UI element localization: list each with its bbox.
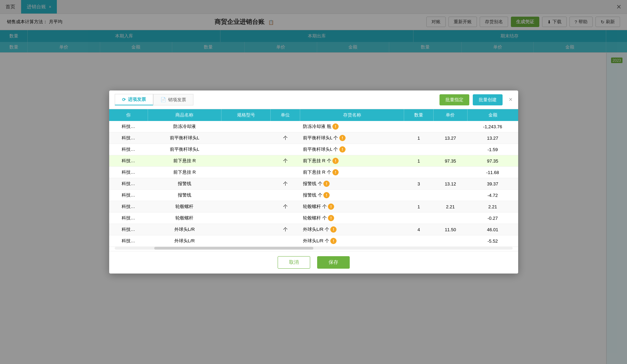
th-unit-price: 单价 bbox=[434, 109, 467, 121]
cell-spec bbox=[221, 235, 271, 247]
warning-icon: ! bbox=[323, 181, 330, 187]
tab-inbound-invoice[interactable]: ⟳ 进项发票 bbox=[115, 94, 153, 105]
modal-scrollbar[interactable] bbox=[115, 247, 513, 250]
modal-header: ⟳ 进项发票 📄 销项发票 批量指定 批量创建 × bbox=[109, 90, 518, 109]
cell-unit: 个 bbox=[271, 178, 300, 190]
cell-unit bbox=[271, 144, 300, 155]
table-row[interactable]: 科技… 轮毂螺杆 个 轮毂螺杆 个 ! 1 2.21 2.21 bbox=[109, 201, 518, 213]
cell-unit-price bbox=[434, 144, 467, 155]
cell-company: 科技… bbox=[109, 201, 148, 213]
cell-quantity bbox=[404, 190, 433, 201]
modal-dialog: ⟳ 进项发票 📄 销项发票 批量指定 批量创建 × 你 商品名称 bbox=[109, 90, 518, 274]
cell-quantity bbox=[404, 167, 433, 178]
warning-icon: ! bbox=[339, 146, 346, 153]
table-row[interactable]: 科技… 前下悬挂 R 个 前下悬挂 R 个 ! 1 97.35 97.35 bbox=[109, 155, 518, 167]
table-row[interactable]: 科技… 外球头L/R 外球头L/R 个 ! -5.52 bbox=[109, 235, 518, 247]
table-row[interactable]: 科技… 轮毂螺杆 轮毂螺杆 个 ! -0.27 bbox=[109, 213, 518, 224]
cell-product: 报警线 bbox=[148, 190, 221, 201]
batch-create-button[interactable]: 批量创建 bbox=[473, 94, 503, 105]
cell-spec bbox=[221, 167, 271, 178]
warning-icon: ! bbox=[330, 226, 337, 233]
cell-product: 前平衡杆球头L bbox=[148, 132, 221, 144]
cell-spec bbox=[221, 132, 271, 144]
cell-unit-price: 97.35 bbox=[434, 155, 467, 167]
cell-inventory: 前下悬挂 R 个 ! bbox=[300, 155, 404, 167]
cell-inventory: 前下悬挂 R 个 ! bbox=[300, 167, 404, 178]
cell-company: 科技… bbox=[109, 224, 148, 235]
cell-amount: 13.27 bbox=[467, 132, 518, 144]
cell-spec bbox=[221, 213, 271, 224]
cell-unit-price bbox=[434, 167, 467, 178]
table-row[interactable]: 科技… 报警线 个 报警线 个 ! 3 13.12 39.37 bbox=[109, 178, 518, 190]
cell-spec bbox=[221, 144, 271, 155]
cell-unit-price bbox=[434, 121, 467, 132]
warning-icon: ! bbox=[328, 215, 334, 221]
cell-inventory: 外球头L/R 个 ! bbox=[300, 224, 404, 235]
cell-product: 前平衡杆球头L bbox=[148, 144, 221, 155]
cell-quantity: 1 bbox=[404, 201, 433, 213]
modal-table-header: 你 商品名称 规格型号 单位 存货名称 数量 单价 金额 bbox=[109, 109, 518, 121]
cell-quantity bbox=[404, 213, 433, 224]
cell-amount: 97.35 bbox=[467, 155, 518, 167]
cancel-button[interactable]: 取消 bbox=[278, 256, 310, 269]
cell-quantity bbox=[404, 144, 433, 155]
th-spec: 规格型号 bbox=[221, 109, 271, 121]
inbound-tab-label: 进项发票 bbox=[128, 96, 146, 103]
cell-unit: 个 bbox=[271, 201, 300, 213]
th-quantity: 数量 bbox=[404, 109, 433, 121]
cell-quantity: 4 bbox=[404, 224, 433, 235]
batch-assign-button[interactable]: 批量指定 bbox=[439, 94, 469, 105]
cell-amount: 39.37 bbox=[467, 178, 518, 190]
cell-company: 科技… bbox=[109, 213, 148, 224]
modal-header-right: 批量指定 批量创建 bbox=[439, 94, 503, 105]
cell-quantity: 3 bbox=[404, 178, 433, 190]
cell-company: 科技… bbox=[109, 144, 148, 155]
cell-unit: 个 bbox=[271, 155, 300, 167]
modal-close-icon[interactable]: × bbox=[509, 96, 513, 103]
cell-product: 前下悬挂 R bbox=[148, 167, 221, 178]
cell-company: 科技… bbox=[109, 167, 148, 178]
cell-unit-price: 13.27 bbox=[434, 132, 467, 144]
cell-spec bbox=[221, 121, 271, 132]
warning-icon: ! bbox=[332, 158, 339, 164]
cell-spec bbox=[221, 155, 271, 167]
modal-body: 你 商品名称 规格型号 单位 存货名称 数量 单价 金额 科技… 防冻冷却液 防… bbox=[109, 109, 518, 247]
table-row[interactable]: 科技… 前平衡杆球头L 前平衡杆球头L 个 ! -1.59 bbox=[109, 144, 518, 155]
warning-icon: ! bbox=[332, 123, 339, 130]
warning-icon: ! bbox=[323, 192, 330, 198]
cell-unit bbox=[271, 121, 300, 132]
cell-amount: -0.27 bbox=[467, 213, 518, 224]
table-row[interactable]: 科技… 报警线 报警线 个 ! -4.72 bbox=[109, 190, 518, 201]
cell-product: 外球头L/R bbox=[148, 224, 221, 235]
modal-footer: 取消 保存 bbox=[109, 251, 518, 274]
table-row[interactable]: 科技… 前下悬挂 R 前下悬挂 R 个 ! -11.68 bbox=[109, 167, 518, 178]
cell-unit bbox=[271, 235, 300, 247]
warning-icon: ! bbox=[339, 135, 346, 141]
cell-amount: -4.72 bbox=[467, 190, 518, 201]
cell-inventory: 报警线 个 ! bbox=[300, 178, 404, 190]
cell-spec bbox=[221, 224, 271, 235]
table-row[interactable]: 科技… 防冻冷却液 防冻冷却液 瓶 ! -1,243.76 bbox=[109, 121, 518, 132]
inbound-tab-icon: ⟳ bbox=[122, 97, 126, 102]
modal-table: 你 商品名称 规格型号 单位 存货名称 数量 单价 金额 科技… 防冻冷却液 防… bbox=[109, 109, 518, 247]
table-row[interactable]: 科技… 前平衡杆球头L 个 前平衡杆球头L 个 ! 1 13.27 13.27 bbox=[109, 132, 518, 144]
cell-quantity bbox=[404, 121, 433, 132]
cell-inventory: 轮毂螺杆 个 ! bbox=[300, 201, 404, 213]
cell-company: 科技… bbox=[109, 190, 148, 201]
cell-product: 外球头L/R bbox=[148, 235, 221, 247]
cell-unit bbox=[271, 213, 300, 224]
table-row[interactable]: 科技… 外球头L/R 个 外球头L/R 个 ! 4 11.50 46.01 bbox=[109, 224, 518, 235]
cell-spec bbox=[221, 201, 271, 213]
cell-unit: 个 bbox=[271, 224, 300, 235]
warning-icon: ! bbox=[330, 238, 337, 244]
cell-quantity bbox=[404, 235, 433, 247]
cell-inventory: 轮毂螺杆 个 ! bbox=[300, 213, 404, 224]
cell-company: 科技… bbox=[109, 121, 148, 132]
cell-inventory: 前平衡杆球头L 个 ! bbox=[300, 144, 404, 155]
cell-product: 轮毂螺杆 bbox=[148, 201, 221, 213]
cell-company: 科技… bbox=[109, 132, 148, 144]
cell-company: 科技… bbox=[109, 155, 148, 167]
save-button[interactable]: 保存 bbox=[317, 256, 350, 269]
tab-outbound-invoice[interactable]: 📄 销项发票 bbox=[153, 94, 193, 105]
cell-unit-price bbox=[434, 190, 467, 201]
